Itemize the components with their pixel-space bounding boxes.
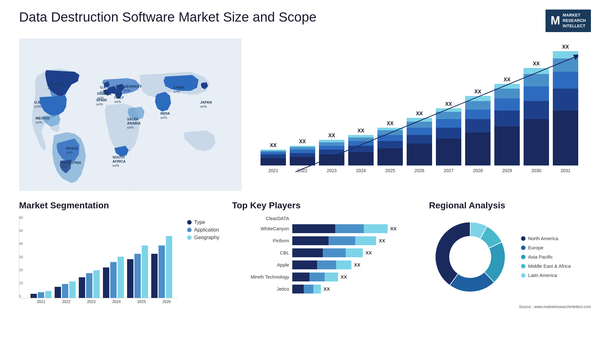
bottom-section: Market Segmentation 0 10 20 30 40 50 60 — [19, 200, 591, 309]
bar-group: XX — [348, 128, 374, 165]
seg-bar — [45, 291, 51, 298]
seg-legend-dot — [187, 235, 192, 240]
top-section: CANADAxx% U.S.xx% MEXICOxx% BRAZILxx% AR… — [19, 38, 591, 191]
player-xx-label: XX — [323, 286, 330, 292]
player-row: Mireth TechnologyXX — [232, 273, 416, 281]
player-bar — [292, 224, 388, 233]
bar-segment — [553, 51, 578, 58]
player-name: CBL — [232, 250, 289, 255]
player-row: WhiteCanyonXX — [232, 224, 416, 233]
player-bar-wrap: XX — [292, 236, 385, 245]
bar-segment — [377, 130, 403, 135]
map-label-india: INDIAxx% — [160, 111, 170, 120]
seg-legend-dot — [187, 220, 192, 225]
bar-segment — [348, 135, 374, 138]
bar-segment — [524, 101, 549, 119]
header: Data Destruction Software Market Size an… — [19, 10, 591, 32]
regional-legend-dot — [521, 273, 525, 278]
bar-segment — [524, 74, 549, 86]
regional-legend-dot — [521, 246, 525, 250]
bar-group: XX — [261, 143, 286, 165]
seg-bar — [69, 281, 76, 298]
player-name: Mireth Technology — [232, 274, 289, 280]
source-text: Source : www.marketresearchintellect.com — [429, 305, 591, 309]
bar-segment — [465, 132, 491, 165]
player-bar-seg — [336, 260, 351, 269]
regional-legend: North AmericaEuropeAsia PacificMiddle Ea… — [521, 236, 571, 278]
seg-bar — [62, 284, 68, 298]
player-bar-seg — [313, 285, 321, 293]
bar-segment — [407, 118, 432, 121]
player-bar-seg — [325, 273, 338, 281]
bar-stack — [377, 128, 403, 165]
players-title: Top Key Players — [232, 200, 416, 211]
regional-legend-dot — [521, 236, 525, 241]
bar-top-label: XX — [270, 143, 276, 148]
seg-bar — [86, 273, 92, 298]
bar-group: XX — [553, 44, 578, 165]
players-list: ClearDATAWhiteCanyonXXPiriformXXCBLXXApp… — [232, 216, 416, 293]
donut-area: North AmericaEuropeAsia PacificMiddle Ea… — [429, 216, 591, 298]
bar-segment — [319, 150, 344, 154]
player-bar-seg — [329, 236, 355, 245]
bar-chart-container: XXXXXXXXXXXXXXXXXXXXXX 20212022202320242… — [254, 38, 591, 191]
map-label-saudi: SAUDIARABIAxx% — [127, 117, 141, 130]
bar-segment — [319, 140, 344, 142]
seg-x-label: 2026 — [156, 300, 178, 304]
map-label-italy: ITALYxx% — [114, 96, 124, 104]
bar-segment — [261, 152, 286, 155]
logo-area: M MARKET RESEARCH INTELLECT — [546, 10, 591, 32]
page-title: Data Destruction Software Market Size an… — [19, 10, 316, 25]
player-row: CBLXX — [232, 248, 416, 257]
bar-top-label: XX — [562, 44, 569, 50]
bar-stack — [407, 118, 432, 165]
player-xx-label: XX — [390, 226, 396, 231]
seg-bar — [38, 292, 44, 298]
seg-bar — [110, 262, 117, 298]
bar-x-label: 2026 — [407, 168, 432, 173]
player-bar-seg — [292, 273, 309, 281]
bar-group: XX — [524, 61, 549, 165]
map-label-southafrica: SOUTHAFRICAxx% — [112, 155, 126, 168]
bar-top-label: XX — [504, 77, 510, 83]
seg-bar — [118, 257, 124, 298]
seg-bar — [166, 236, 172, 298]
regional-legend-item: Asia Pacific — [521, 254, 571, 260]
bar-top-label: XX — [445, 101, 452, 107]
player-xx-label: XX — [365, 250, 372, 255]
seg-x-label: 2024 — [105, 300, 127, 304]
player-bar-wrap: XX — [292, 248, 372, 257]
seg-x-label: 2022 — [55, 300, 77, 304]
bar-segment — [524, 86, 549, 101]
player-bar-seg — [309, 273, 325, 281]
bar-stack — [348, 135, 374, 165]
player-bar-seg — [304, 285, 313, 293]
donut-chart — [429, 216, 512, 298]
bar-stack — [465, 96, 491, 165]
bar-group: XX — [465, 89, 491, 165]
map-label-china: CHINAxx% — [173, 85, 185, 94]
regional-legend-dot — [521, 255, 525, 259]
seg-legend-item: Type — [187, 219, 219, 225]
bar-segment — [261, 154, 286, 158]
seg-bar — [151, 254, 158, 298]
bar-top-label: XX — [533, 61, 539, 67]
bar-segment — [465, 101, 491, 110]
player-bar-seg — [335, 224, 364, 233]
seg-y-10: 10 — [19, 281, 29, 285]
bar-segment — [319, 146, 344, 149]
map-label-canada: CANADAxx% — [48, 82, 63, 91]
seg-bar-group — [30, 291, 51, 298]
bar-stack — [524, 68, 549, 165]
bar-segment — [290, 153, 315, 157]
seg-bar-group — [103, 257, 124, 298]
bar-x-label: 2021 — [261, 168, 286, 173]
bar-x-label: 2027 — [436, 168, 461, 173]
regional-legend-label: Middle East & Africa — [528, 263, 571, 269]
bar-x-label: 2022 — [290, 168, 315, 173]
logo-text: MARKET RESEARCH INTELLECT — [563, 13, 586, 29]
seg-bar — [134, 254, 141, 298]
player-bar-wrap: XX — [292, 273, 347, 281]
seg-bar — [127, 259, 133, 298]
bar-segment — [436, 119, 461, 128]
